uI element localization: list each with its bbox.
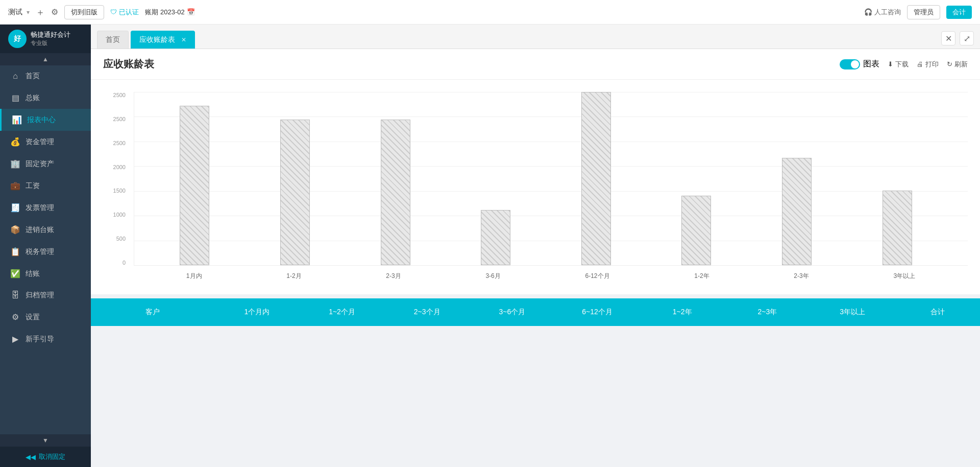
table-area: 客户 1个月内 1~2个月 2~3个月 3~6个月 6~12个月 1~2年 2~… [91,298,980,326]
bar-6-12m [581,92,611,265]
sidebar-scroll-up[interactable]: ▲ [0,53,91,65]
company-name: 测试 [8,8,22,17]
sidebar-label-home: 首页 [26,72,40,81]
main-layout: 好 畅捷通好会计 专业版 ▲ ⌂ 首页 ▤ 总账 📊 报表中心 💰 资金管理 [0,25,980,467]
table-col-2-3y: 2~3年 [725,298,810,326]
bar-group-8 [883,92,912,265]
sidebar-label-settle: 结账 [26,269,40,278]
guide-icon: ▶ [10,334,20,344]
report-actions: 图表 ⬇ 下载 🖨 打印 ↻ 刷新 [840,59,968,69]
sidebar: 好 畅捷通好会计 专业版 ▲ ⌂ 首页 ▤ 总账 📊 报表中心 💰 资金管理 [0,25,91,467]
sidebar-item-ledger[interactable]: ▤ 总账 [0,87,91,109]
close-tab-button[interactable]: ✕ [941,31,955,45]
settings-nav-icon: ⚙ [10,312,20,322]
assets-icon: 🏢 [10,159,20,169]
invoice-icon: 🧾 [10,203,20,213]
settings-icon[interactable]: ⚙ [51,7,58,17]
sidebar-item-purchase[interactable]: 📦 进销台账 [0,219,91,241]
tab-close-icon[interactable]: ✕ [181,36,186,43]
sidebar-label-purchase: 进销台账 [26,225,54,235]
tax-icon: 📋 [10,247,20,256]
sidebar-item-settle[interactable]: ✅ 结账 [0,263,91,285]
sidebar-nav: ⌂ 首页 ▤ 总账 📊 报表中心 💰 资金管理 🏢 固定资产 💼 工资 [0,65,91,434]
page-content: 应收账龄表 图表 ⬇ 下载 🖨 打印 [91,49,980,467]
sidebar-item-guide[interactable]: ▶ 新手引导 [0,328,91,350]
sidebar-item-archive[interactable]: 🗄 归档管理 [0,285,91,306]
sidebar-label-reports: 报表中心 [27,115,56,125]
table-col-1m: 1个月内 [214,298,300,326]
headset-icon: 🎧 [864,8,872,16]
x-label-2-3y: 2-3年 [794,272,808,281]
home-icon: ⌂ [10,72,20,81]
bar-3-6m [481,210,510,265]
switch-version-button[interactable]: 切到旧版 [64,5,104,19]
sidebar-label-guide: 新手引导 [26,335,54,344]
sidebar-scroll-down[interactable]: ▼ [0,434,91,447]
bar-group-2 [280,92,310,265]
download-icon: ⬇ [888,60,893,68]
tab-home[interactable]: 首页 [97,31,129,49]
refresh-icon: ↻ [947,60,952,68]
sidebar-label-funds: 资金管理 [26,137,54,147]
sidebar-label-salary: 工资 [26,181,40,191]
y-label-1000: 1000 [113,212,126,218]
bar-group-1 [180,92,209,265]
purchase-icon: 📦 [10,225,20,235]
bar-2-3m [381,120,410,265]
x-axis-labels: 1月内 1-2月 2-3月 3-6月 6-12个月 1-2年 2-3年 3年以上 [134,266,968,286]
x-label-3y-plus: 3年以上 [893,272,915,281]
shield-icon: 🛡 [110,8,117,16]
expand-tab-button[interactable]: ⤢ [960,31,974,45]
tab-actions: ✕ ⤢ [941,31,974,49]
logo-icon: 好 [8,30,27,48]
table-col-3y-plus: 3年以上 [810,298,895,326]
download-button[interactable]: ⬇ 下载 [888,60,909,69]
calendar-icon[interactable]: 📅 [187,8,195,16]
sidebar-item-invoice[interactable]: 🧾 发票管理 [0,197,91,219]
sidebar-item-salary[interactable]: 💼 工资 [0,175,91,197]
toggle-thumb [851,60,859,68]
print-button[interactable]: 🖨 打印 [917,60,939,69]
sidebar-label-ledger: 总账 [26,94,40,103]
content-area: 首页 应收账龄表 ✕ ✕ ⤢ 应收账龄表 [91,25,980,467]
refresh-button[interactable]: ↻ 刷新 [947,60,968,69]
bar-group-3 [381,92,410,265]
cancel-fixed-button[interactable]: ◀◀ 取消固定 [0,447,91,467]
x-label-1-2y: 1-2年 [694,272,709,281]
role-button[interactable]: 会计 [946,6,972,19]
tab-report[interactable]: 应收账龄表 ✕ [131,31,195,49]
sidebar-label-settings: 设置 [26,313,40,322]
bar-1-2m [280,120,310,265]
x-label-1-2m: 1-2月 [286,272,301,281]
table-col-customer: 客户 [91,298,214,326]
report-header: 应收账龄表 图表 ⬇ 下载 🖨 打印 [91,49,980,80]
bar-group-5 [581,92,611,265]
toggle-track[interactable] [840,59,860,69]
sidebar-item-settings[interactable]: ⚙ 设置 [0,306,91,328]
sidebar-label-tax: 税务管理 [26,247,54,256]
consult-button[interactable]: 🎧 人工咨询 [864,8,901,17]
user-button[interactable]: 管理员 [907,5,940,19]
sidebar-item-home[interactable]: ⌂ 首页 [0,65,91,87]
bars-container [134,92,958,265]
chart-toggle[interactable]: 图表 [840,59,879,69]
company-dropdown-icon[interactable]: ▾ [27,9,30,16]
settle-icon: ✅ [10,269,20,278]
company-selector[interactable]: 测试 ▾ [8,8,30,17]
sidebar-item-funds[interactable]: 💰 资金管理 [0,131,91,153]
bar-group-4 [481,92,510,265]
y-label-2500b: 2500 [113,116,126,122]
sidebar-item-tax[interactable]: 📋 税务管理 [0,241,91,263]
sidebar-item-assets[interactable]: 🏢 固定资产 [0,153,91,175]
sidebar-label-assets: 固定资产 [26,159,54,169]
top-header: 测试 ▾ ＋ ⚙ 切到旧版 🛡 已认证 账期 2023-02 📅 🎧 人工咨询 … [0,0,980,25]
tab-bar: 首页 应收账龄表 ✕ ✕ ⤢ [91,25,980,49]
y-label-0: 0 [122,260,126,266]
toggle-label: 图表 [863,59,879,69]
ledger-icon: ▤ [10,93,20,103]
bar-1m [180,106,209,265]
funds-icon: 💰 [10,137,20,147]
sidebar-item-reports[interactable]: 📊 报表中心 [0,109,91,131]
y-label-500: 500 [116,236,126,242]
add-company-button[interactable]: ＋ [36,6,45,18]
